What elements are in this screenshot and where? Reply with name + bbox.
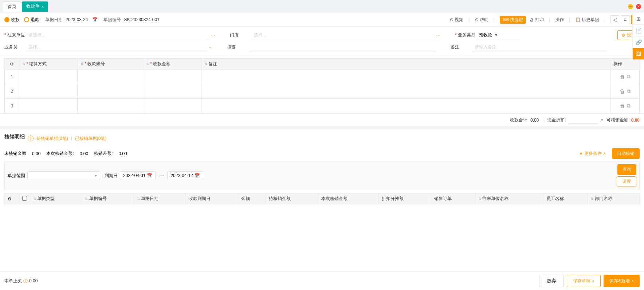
verification-info-icon[interactable]: ? bbox=[28, 136, 34, 141]
row1-notes-input[interactable] bbox=[201, 70, 610, 84]
tab-bar: 首页 收款单 × — × bbox=[0, 0, 644, 13]
btable-checkbox-header[interactable] bbox=[19, 193, 30, 204]
store-input[interactable] bbox=[252, 31, 435, 39]
row2-notes-input[interactable] bbox=[201, 84, 610, 98]
row2-copy-icon[interactable]: ⧉ bbox=[627, 88, 631, 94]
row1-copy-icon[interactable]: ⧉ bbox=[627, 74, 631, 80]
right-panel-image-icon[interactable]: 🖼 bbox=[633, 48, 644, 60]
date-range-separator: — bbox=[159, 173, 164, 178]
auto-verify-button[interactable]: 自动核销 bbox=[612, 148, 640, 159]
help-button[interactable]: ⊙ 帮助 bbox=[475, 17, 488, 23]
row2-account[interactable] bbox=[78, 84, 143, 99]
abstract-input[interactable] bbox=[249, 43, 436, 51]
list-view-button[interactable]: ≡ bbox=[621, 15, 629, 24]
row1-notes[interactable] bbox=[201, 70, 610, 84]
action-label: 操作 bbox=[555, 17, 564, 23]
bottom-info-icon[interactable]: ⓘ bbox=[23, 278, 28, 284]
row3-notes-input[interactable] bbox=[201, 99, 610, 113]
discount-input[interactable] bbox=[569, 117, 598, 124]
range-select[interactable]: ▾ bbox=[27, 171, 100, 180]
refund-radio[interactable]: 退款 bbox=[24, 17, 39, 23]
business-type-select[interactable]: 预收款 ▾ bbox=[477, 31, 521, 40]
row2-settlement-input[interactable] bbox=[19, 84, 77, 98]
right-panel-attachment-icon[interactable]: 🔗 bbox=[633, 36, 644, 48]
table-notes-header: ⇅ 备注 bbox=[201, 59, 610, 70]
save-new-button[interactable]: 保存&新增 ∧ bbox=[604, 275, 640, 287]
btable-dept-header: ⇅ 部门名称 bbox=[588, 193, 640, 204]
btable-select-all[interactable] bbox=[22, 196, 27, 201]
window-minimize-button[interactable]: — bbox=[628, 4, 633, 9]
calendar-from-icon[interactable]: 📅 bbox=[147, 173, 152, 178]
date-value: 2023-03-24 bbox=[66, 17, 88, 22]
btable-gear-header[interactable]: ⚙ bbox=[5, 193, 19, 204]
row3-account-input[interactable] bbox=[78, 99, 143, 113]
row1-amount[interactable] bbox=[143, 70, 201, 84]
row3-settlement[interactable] bbox=[19, 99, 78, 113]
receipt-refund-toggle: 收款 退款 bbox=[4, 17, 39, 23]
done-tab[interactable]: 已核销单据(0笔) bbox=[75, 136, 107, 142]
filter-row: 单据范围 ▾ 到期日 2022-04-01 📅 — 2022-04-12 📅 bbox=[4, 161, 640, 190]
row3-amount[interactable] bbox=[143, 99, 201, 113]
row3-notes[interactable] bbox=[201, 99, 610, 113]
tab-receipt-close[interactable]: × bbox=[42, 4, 44, 9]
row3-copy-icon[interactable]: ⧉ bbox=[627, 103, 631, 109]
history-button[interactable]: 📋 历史单据 bbox=[575, 17, 599, 23]
business-type-arrow: ▾ bbox=[495, 32, 497, 38]
staff-more-icon[interactable]: ··· bbox=[209, 44, 213, 50]
notes-field: 备注 bbox=[451, 43, 607, 51]
row1-account-input[interactable] bbox=[78, 70, 143, 84]
row2-amount[interactable] bbox=[143, 84, 201, 99]
row3-amount-input[interactable] bbox=[143, 99, 201, 113]
row2-notes[interactable] bbox=[201, 84, 610, 99]
right-panel-document-icon[interactable]: 📄 bbox=[633, 25, 644, 36]
row1-settlement[interactable] bbox=[19, 70, 78, 84]
video-button[interactable]: ⊙ 视频 bbox=[450, 17, 463, 23]
row1-account[interactable] bbox=[78, 70, 143, 84]
date-to-input[interactable]: 2022-04-12 📅 bbox=[167, 171, 203, 180]
row3-account[interactable] bbox=[78, 99, 143, 113]
row1-amount-input[interactable] bbox=[143, 70, 201, 84]
filter-settings-button[interactable]: 设置 bbox=[617, 176, 636, 187]
calendar-icon[interactable]: 📅 bbox=[92, 17, 98, 22]
tab-receipt[interactable]: 收款单 × bbox=[22, 1, 48, 12]
tab-home[interactable]: 首页 bbox=[3, 1, 21, 12]
total-label: 收款合计 bbox=[510, 117, 527, 123]
row1-delete-icon[interactable]: 🗑 bbox=[620, 74, 625, 80]
action-button[interactable]: 操作 bbox=[555, 17, 564, 23]
range-field: 单据范围 ▾ bbox=[8, 171, 100, 180]
receipt-radio[interactable]: 收款 bbox=[4, 17, 20, 23]
pending-tab[interactable]: 待核销单据(0笔) bbox=[36, 136, 68, 142]
number-label: 单据编号 bbox=[103, 17, 121, 23]
table-gear-header[interactable]: ⚙ bbox=[5, 59, 19, 70]
row2-account-input[interactable] bbox=[78, 84, 143, 98]
staff-input[interactable] bbox=[26, 43, 207, 51]
counterparty-input[interactable] bbox=[26, 31, 209, 39]
right-panel-table-icon[interactable]: ⊞ bbox=[633, 13, 644, 25]
abandon-button[interactable]: 放弃 bbox=[539, 275, 564, 287]
print-button[interactable]: 🖨 打印 bbox=[530, 17, 544, 23]
row2-amount-input[interactable] bbox=[143, 84, 201, 98]
row3-settlement-input[interactable] bbox=[19, 99, 77, 113]
verification-section: 核销明细 ? 待核销单据(0笔) | 已核销单据(0笔) 未核销金额 0.00 … bbox=[0, 129, 644, 209]
print-label: 打印 bbox=[535, 17, 544, 23]
row-num-1: 1 bbox=[5, 70, 19, 84]
row2-settlement[interactable] bbox=[19, 84, 78, 99]
window-close-button[interactable]: × bbox=[636, 4, 641, 9]
business-type-field: 业务类型 预收款 ▾ bbox=[455, 31, 613, 40]
calendar-to-icon[interactable]: 📅 bbox=[195, 173, 200, 178]
row2-delete-icon[interactable]: 🗑 bbox=[620, 89, 625, 94]
date-from-input[interactable]: 2022-04-01 📅 bbox=[120, 171, 156, 180]
counterparty-more-icon[interactable]: ··· bbox=[211, 32, 215, 38]
sep1: | bbox=[468, 17, 470, 22]
shortcut-button[interactable]: ⌨ 快捷键 bbox=[500, 16, 526, 24]
notes-input[interactable] bbox=[472, 43, 607, 51]
row1-settlement-input[interactable] bbox=[19, 70, 77, 84]
row3-delete-icon[interactable]: 🗑 bbox=[620, 103, 625, 109]
store-more-icon[interactable]: ··· bbox=[436, 32, 440, 38]
due-date-field: 到期日 2022-04-01 📅 — 2022-04-12 📅 bbox=[105, 171, 203, 180]
prev-view-button[interactable]: ◁ bbox=[610, 15, 619, 24]
row3-action: 🗑 ⧉ bbox=[610, 99, 640, 113]
query-button[interactable]: 查询 bbox=[617, 164, 636, 175]
more-conditions-button[interactable]: ▼ 更多条件 ∧ bbox=[579, 150, 606, 157]
save-draft-button[interactable]: 保存草稿 ∧ bbox=[567, 275, 601, 287]
